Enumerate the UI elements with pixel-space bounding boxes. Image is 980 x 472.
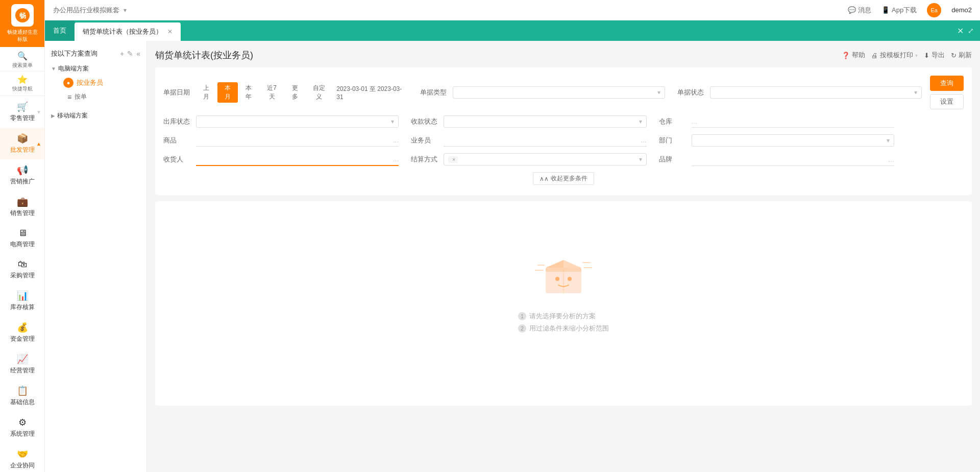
wholesale-icon: 📦 [17,133,28,144]
payment-tag-close[interactable]: × [452,157,455,162]
retail-icon: 🛒 [17,101,28,112]
app-download-icon: 📱 [881,6,890,14]
topbar-dropdown-icon[interactable]: ▾ [124,7,127,14]
sidebar-item-basic[interactable]: 📋 基础信息 [0,380,44,412]
receipt-label: 收款状态 [411,117,444,126]
help-icon: ❓ [842,52,850,59]
tab-home[interactable]: 首页 [45,20,75,41]
edit-scheme-icon[interactable]: ✎ [127,50,133,58]
refresh-label: 刷新 [959,51,972,60]
hint-text-2: 用过滤条件来缩小分析范围 [529,324,609,333]
export-icon: ⬇ [924,52,929,59]
collapse-button[interactable]: ∧∧ 收起更多条件 [533,172,594,185]
app-download-label: App下载 [892,6,917,15]
user-name[interactable]: demo2 [951,6,972,14]
sidebar-item-retail[interactable]: 🛒 零售管理 ▼ [0,96,44,128]
refresh-button[interactable]: ↻ 刷新 [951,51,972,60]
sidebar-item-sales-label: 销售管理 [10,209,35,218]
filter-status-cell: 单据状态 ▾ [665,86,922,99]
date-btn-more[interactable]: 更多 [285,82,305,103]
query-button[interactable]: 查询 [930,76,964,91]
status-dropdown-icon: ▾ [914,89,917,96]
user-avatar-text: Ea [931,7,938,13]
sidebar-item-purchase-label: 采购管理 [10,271,35,280]
brand-input[interactable]: ... [692,153,894,166]
svg-marker-4 [564,260,581,268]
dept-select[interactable]: ▾ [692,134,894,147]
tab-sales-stat[interactable]: 销货单统计表（按业务员） ✕ [75,22,181,41]
type-select[interactable]: ▾ [453,86,665,99]
goods-label: 商品 [163,136,196,145]
sidebar-item-operation[interactable]: 📈 经营管理 [0,348,44,380]
tab-expand-area: ✕ ⤢ [957,26,980,36]
search-menu[interactable]: 🔍 搜索菜单 [0,47,44,72]
desktop-scheme-title[interactable]: ▼ 电脑端方案 [51,62,140,75]
goods-cell: 商品 ... [163,134,399,147]
scheme-item-active-icon: ● [63,78,74,88]
user-avatar[interactable]: Ea [927,3,941,17]
hint-num-1: 1 [518,312,526,320]
help-button[interactable]: ❓ 帮助 [842,51,865,60]
collapse-up-icon: ∧∧ [540,175,549,182]
sidebar-logo[interactable]: 畅 畅捷通好生意 标版 [0,0,44,47]
collapse-panel-icon[interactable]: « [136,50,140,58]
tabbar: 首页 销货单统计表（按业务员） ✕ ✕ ⤢ [45,20,980,41]
date-btn-this-year[interactable]: 本年 [239,82,259,103]
date-range-text: 2023-03-01 至 2023-03-31 [336,85,408,101]
payment-select[interactable]: × ▾ [444,153,646,166]
ecommerce-icon: 🖥 [18,228,27,239]
outstock-select[interactable]: ▾ [196,115,399,128]
sidebar-item-inventory[interactable]: 📊 库存核算 [0,285,44,317]
tab-sales-stat-label: 销货单统计表（按业务员） [83,27,162,36]
mobile-scheme-title[interactable]: ▶ 移动端方案 [51,109,140,122]
warehouse-cell: 仓库 ... [647,115,894,128]
window-close-icon[interactable]: ✕ [957,26,964,36]
left-panel-header: 按以下方案查询 + ✎ « [45,46,146,62]
topbar-left: 办公用品行业模拟账套 ▾ [53,6,127,15]
status-select[interactable]: ▾ [710,86,922,99]
collapse-row: ∧∧ 收起更多条件 [163,170,964,187]
sidebar-item-wholesale[interactable]: 📦 批发管理 ▲ [0,128,44,159]
date-btn-last-month[interactable]: 上月 [196,82,216,103]
receipt-dropdown-icon: ▾ [639,118,642,125]
sidebar-item-ecommerce[interactable]: 🖥 电商管理 [0,223,44,254]
receipt-select[interactable]: ▾ [444,115,646,128]
quick-nav[interactable]: ⭐ 快捷导航 [0,72,44,96]
warehouse-input[interactable]: ... [692,115,894,128]
date-btn-this-month[interactable]: 本月 [217,82,238,103]
window-expand-icon[interactable]: ⤢ [968,27,974,35]
logo-text: 畅捷通好生意 标版 [7,29,38,43]
export-button[interactable]: ⬇ 导出 [924,51,945,60]
payment-cell: 结算方式 × ▾ [399,153,646,166]
quick-nav-label: 快捷导航 [12,85,33,92]
message-button[interactable]: 💬 消息 [848,6,871,15]
svg-text:畅: 畅 [19,12,26,19]
sidebar-item-system[interactable]: ⚙ 系统管理 [0,412,44,443]
receiver-input[interactable]: ... [196,153,399,166]
sidebar-item-system-label: 系统管理 [10,430,35,438]
goods-input[interactable]: ... [196,134,399,147]
empty-hints: 1 请先选择要分析的方案 2 用过滤条件来缩小分析范围 [518,312,609,336]
sidebar-item-marketing[interactable]: 📢 营销推广 [0,159,44,191]
sidebar: 畅 畅捷通好生意 标版 🔍 搜索菜单 ⭐ 快捷导航 🛒 零售管理 ▼ 📦 批发管… [0,0,45,472]
finance-icon: 💰 [17,322,28,333]
receiver-cell: 收货人 ... [163,153,399,166]
staff-input[interactable]: ... [444,134,646,147]
brand-cell: 品牌 ... [647,153,894,166]
date-btn-custom[interactable]: 自定义 [306,82,333,103]
tab-close-icon[interactable]: ✕ [167,28,173,35]
sidebar-item-enterprise[interactable]: 🤝 企业协同 [0,443,44,472]
scheme-item-by-staff[interactable]: ● 按业务员 [51,75,140,90]
sidebar-item-finance[interactable]: 💰 资金管理 [0,317,44,348]
page-title-area: 销货单统计表(按业务员) ❓ 帮助 🖨 按模板打印 ▾ ⬇ 导出 [155,49,972,61]
settings-button[interactable]: 设置 [930,94,964,109]
date-btn-7days[interactable]: 近7天 [260,82,283,103]
sidebar-item-purchase[interactable]: 🛍 采购管理 [0,254,44,285]
collapse-label: 收起更多条件 [551,174,587,183]
scheme-sub-item-by-order[interactable]: ≡ 按单 [51,90,140,103]
app-download-button[interactable]: 📱 App下载 [881,6,917,15]
print-button[interactable]: 🖨 按模板打印 ▾ [871,51,918,60]
sidebar-item-sales[interactable]: 💼 销售管理 [0,191,44,223]
filter-row-2: 出库状态 ▾ 收款状态 ▾ 仓库 [163,115,964,128]
add-scheme-icon[interactable]: + [120,50,124,58]
